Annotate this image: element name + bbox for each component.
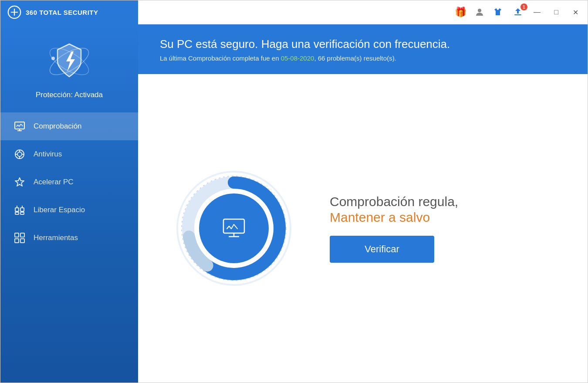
title-bar-left: 360 TOTAL SECURITY [0, 0, 138, 24]
shield-icon-wrapper [45, 37, 93, 85]
liberar-espacio-icon [14, 204, 26, 216]
status-sub-after: , 66 problema(s) resuelto(s). [314, 54, 396, 62]
gift-icon: 🎁 [455, 7, 466, 18]
status-main-text: Su PC está seguro. Haga una verificación… [160, 37, 566, 51]
svg-rect-23 [15, 233, 19, 237]
antivirus-icon [14, 148, 26, 160]
svg-rect-17 [15, 208, 19, 211]
sidebar-item-label-antivirus: Antivirus [34, 150, 62, 159]
promo-title: Comprobación regula, Mantener a salvo [330, 194, 458, 225]
svg-rect-34 [223, 219, 244, 233]
verify-button[interactable]: Verificar [330, 236, 434, 263]
main-content: Comprobación regula, Mantener a salvo Ve… [138, 74, 588, 383]
status-banner: Su PC está seguro. Haga una verificación… [138, 24, 588, 74]
shirt-button[interactable] [492, 5, 506, 19]
main-layout: Protección: Activada Comprobación [0, 24, 588, 383]
sidebar-item-acelerar-pc[interactable]: Acelerar PC [0, 168, 138, 196]
sidebar-nav: Comprobación Antivirus [0, 112, 138, 252]
comprobacion-icon [14, 120, 26, 132]
app-logo-icon [7, 5, 21, 19]
donut-chart-area [173, 167, 295, 289]
upload-button[interactable]: 1 [511, 5, 525, 19]
protection-label: Protección: Activada [36, 91, 103, 99]
gift-button[interactable]: 🎁 [453, 5, 467, 19]
svg-rect-24 [20, 233, 24, 237]
monitor-icon [222, 217, 246, 239]
shield-icon [45, 37, 93, 85]
minimize-icon: — [534, 8, 541, 16]
svg-rect-18 [20, 208, 24, 211]
user-button[interactable] [473, 5, 487, 19]
sidebar-item-label-comprobacion: Comprobación [34, 122, 82, 131]
svg-rect-25 [15, 239, 19, 243]
svg-point-3 [478, 9, 481, 12]
title-bar: 360 TOTAL SECURITY 🎁 1 [0, 0, 588, 24]
sidebar: Protección: Activada Comprobación [0, 24, 138, 383]
close-icon: ✕ [573, 8, 578, 17]
title-bar-controls: 🎁 1 — □ [453, 5, 582, 19]
donut-center-icon [214, 209, 253, 248]
status-date[interactable]: 05-08-2020 [281, 54, 314, 62]
maximize-button[interactable]: □ [549, 5, 563, 19]
sidebar-item-comprobacion[interactable]: Comprobación [0, 112, 138, 140]
promo-line2: Mantener a salvo [330, 210, 458, 225]
promo-line1: Comprobación regula, [330, 194, 458, 210]
sidebar-item-label-herramientas: Herramientas [34, 234, 78, 242]
minimize-button[interactable]: — [530, 5, 544, 19]
upload-badge: 1 [520, 3, 527, 10]
svg-rect-26 [20, 239, 24, 243]
shirt-icon [493, 7, 504, 17]
acelerar-pc-icon [14, 176, 26, 188]
sidebar-item-label-liberar-espacio: Liberar Espacio [34, 206, 85, 214]
sidebar-item-label-acelerar-pc: Acelerar PC [34, 178, 74, 186]
app-title: 360 TOTAL SECURITY [26, 9, 98, 16]
svg-rect-20 [20, 212, 24, 214]
herramientas-icon [14, 232, 26, 244]
user-icon [474, 7, 485, 17]
sidebar-logo-area: Protección: Activada [36, 37, 103, 99]
content-area: Su PC está seguro. Haga una verificación… [138, 24, 588, 383]
sidebar-item-antivirus[interactable]: Antivirus [0, 140, 138, 168]
maximize-icon: □ [554, 8, 558, 16]
sidebar-item-liberar-espacio[interactable]: Liberar Espacio [0, 196, 138, 224]
close-button[interactable]: ✕ [568, 5, 582, 19]
right-content: Comprobación regula, Mantener a salvo Ve… [330, 194, 458, 263]
svg-rect-19 [15, 212, 19, 214]
svg-point-12 [17, 152, 22, 156]
status-sub-before: La última Comprobación completa fue en [160, 54, 281, 62]
svg-point-7 [51, 57, 55, 60]
svg-rect-4 [514, 14, 521, 15]
sidebar-item-herramientas[interactable]: Herramientas [0, 224, 138, 252]
status-sub-text: La última Comprobación completa fue en 0… [160, 54, 566, 62]
